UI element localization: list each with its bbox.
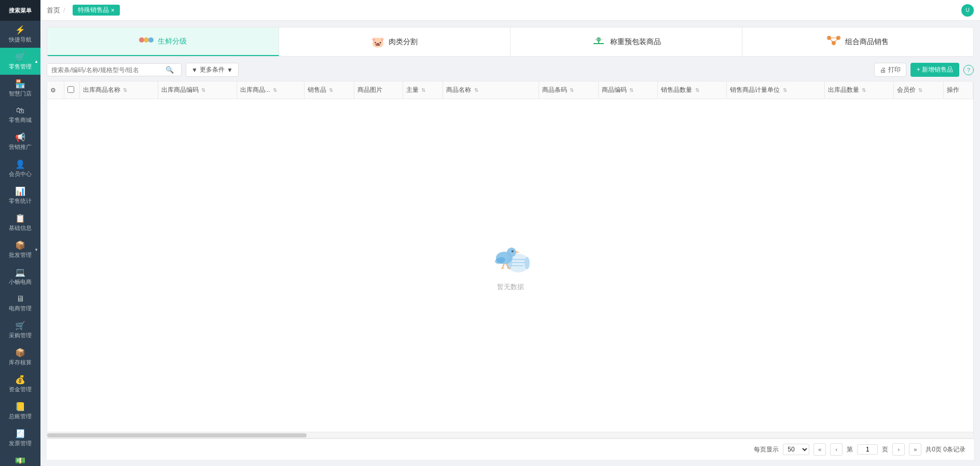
sidebar-item-basic-info[interactable]: 📋 基础信息 — [0, 209, 40, 236]
last-page-button[interactable]: » — [909, 443, 921, 456]
svg-marker-21 — [516, 251, 520, 253]
page-input[interactable] — [857, 444, 878, 455]
filter-icon: ▼ — [191, 66, 198, 74]
main-area: 首页 / 特殊销售品 × U 生鲜分级 � — [40, 0, 980, 466]
sidebar-item-marketing[interactable]: 📢 营销推广 — [0, 128, 40, 155]
page-size-label: 每页显示 — [754, 445, 779, 454]
breadcrumb-home[interactable]: 首页 — [47, 6, 60, 15]
active-tab-tag[interactable]: 特殊销售品 × — [73, 5, 120, 16]
col-stock-name[interactable]: 出库商品名称 ⇅ — [79, 81, 158, 99]
product-type-tabs: 生鲜分级 🐷 肉类分割 称重预包装商品 — [47, 27, 974, 57]
col-stock-code[interactable]: 出库商品编码 ⇅ — [158, 81, 237, 99]
print-button[interactable]: 🖨 打印 — [874, 63, 906, 77]
sort-icon: ⇅ — [695, 87, 699, 93]
sidebar-item-member-center[interactable]: 👤 会员中心 — [0, 155, 40, 182]
sidebar-item-ecom-mgmt[interactable]: 🖥 电商管理 — [0, 290, 40, 317]
sidebar-item-label: 发票管理 — [9, 440, 32, 447]
page-size-select[interactable]: 50 20 100 — [783, 444, 809, 455]
sidebar-item-wholesale-mgmt[interactable]: 📦 批发管理 — [0, 236, 40, 263]
prev-page-button[interactable]: ‹ — [830, 443, 843, 456]
total-label: 共0页 0条记录 — [926, 445, 965, 454]
col-product-code[interactable]: 商品编码 ⇅ — [598, 81, 658, 99]
sidebar-item-label: 电商管理 — [9, 305, 32, 312]
tax-mgmt-icon: 💵 — [15, 456, 25, 465]
horizontal-scrollbar-area[interactable] — [47, 432, 973, 438]
empty-state: 暂无数据 — [47, 99, 973, 432]
svg-point-20 — [507, 248, 516, 257]
capital-mgmt-icon: 💰 — [15, 375, 25, 385]
svg-point-1 — [144, 37, 149, 43]
help-icon: ? — [967, 67, 970, 73]
add-product-button[interactable]: + 新增销售品 — [910, 63, 959, 77]
page-unit: 页 — [882, 445, 888, 454]
sort-icon: ⇅ — [862, 87, 866, 93]
svg-line-10 — [829, 38, 834, 43]
tab-close-button[interactable]: × — [111, 7, 115, 14]
sidebar-item-label: 零售管理 — [9, 63, 32, 71]
sidebar-item-purchase-mgmt[interactable]: 🛒 采购管理 — [0, 317, 40, 344]
col-settings[interactable]: ⚙ — [47, 81, 64, 99]
marketing-icon: 📢 — [15, 132, 25, 142]
sidebar-item-retail-stats[interactable]: 📊 零售统计 — [0, 182, 40, 209]
col-member-price[interactable]: 会员价 ⇅ — [893, 81, 943, 99]
tab-fresh-grade[interactable]: 生鲜分级 — [47, 28, 279, 56]
col-sale-item[interactable]: 销售品 ⇅ — [304, 81, 354, 99]
sidebar-item-ledger-mgmt[interactable]: 📒 总账管理 — [0, 398, 40, 424]
help-button[interactable]: ? — [963, 65, 974, 75]
combo-sale-icon — [826, 35, 841, 48]
smart-store-icon: 🏪 — [15, 79, 25, 89]
sidebar-item-quick-nav[interactable]: ⚡ 快捷导航 — [0, 21, 40, 48]
sort-icon: ⇅ — [783, 87, 787, 93]
col-stock-spec[interactable]: 出库商品... ⇅ — [237, 81, 304, 99]
filter-button[interactable]: ▼ 更多条件 ▼ — [186, 63, 239, 77]
select-all-checkbox[interactable] — [67, 86, 74, 93]
sidebar-item-tax-mgmt[interactable]: 💵 税务管理 — [0, 451, 40, 466]
search-icon[interactable]: 🔍 — [165, 66, 174, 74]
horizontal-scrollbar-thumb[interactable] — [47, 433, 307, 437]
sidebar-item-smart-store[interactable]: 🏪 智慧门店 — [0, 75, 40, 102]
topbar-right: U — [961, 4, 974, 17]
sidebar-item-label: 资金管理 — [9, 386, 32, 393]
sort-icon: ⇅ — [918, 87, 922, 93]
sidebar-logo: 搜索菜单 — [0, 0, 40, 21]
basic-info-icon: 📋 — [15, 213, 25, 223]
col-sale-unit[interactable]: 销售商品计量单位 ⇅ — [727, 81, 825, 99]
wholesale-mgmt-icon: 📦 — [15, 240, 25, 250]
tab-meat-cut[interactable]: 🐷 肉类分割 — [279, 28, 511, 56]
invoice-mgmt-icon: 🧾 — [15, 429, 25, 438]
col-checkbox[interactable] — [64, 81, 79, 99]
col-operation: 操作 — [943, 81, 973, 99]
data-table: ⚙ 出库商品名称 ⇅ 出库商品编码 ⇅ 出库商品 — [47, 81, 973, 99]
sidebar-item-label: 智慧门店 — [9, 90, 32, 98]
tab-combo-sale[interactable]: 组合商品销售 — [742, 28, 974, 56]
tab-weigh-pack-label: 称重预包装商品 — [610, 37, 661, 47]
search-box: 🔍 — [47, 63, 182, 76]
col-product-img[interactable]: 商品图片 — [354, 81, 403, 99]
fresh-grade-icon — [139, 35, 154, 48]
first-page-button[interactable]: « — [813, 443, 826, 456]
col-barcode[interactable]: 商品条码 ⇅ — [539, 81, 599, 99]
sidebar-item-retail-mgmt[interactable]: 🛒 零售管理 — [0, 48, 40, 75]
tab-weigh-pack[interactable]: 称重预包装商品 — [510, 28, 742, 56]
col-sale-qty[interactable]: 销售品数量 ⇅ — [658, 81, 727, 99]
sidebar-item-invoice-mgmt[interactable]: 🧾 发票管理 — [0, 424, 40, 451]
sort-icon: ⇅ — [629, 87, 633, 93]
col-stock-qty[interactable]: 出库品数量 ⇅ — [824, 81, 893, 99]
add-label: + 新增销售品 — [917, 65, 953, 74]
sidebar-item-label: 库存核算 — [9, 359, 32, 366]
sidebar-item-retail-mall[interactable]: 🛍 零售商城 — [0, 102, 40, 128]
active-tab-label: 特殊销售品 — [78, 6, 109, 15]
ecom-mgmt-icon: 🖥 — [16, 294, 24, 304]
retail-mgmt-icon: 🛒 — [15, 52, 25, 62]
search-input[interactable] — [51, 66, 165, 74]
col-main-weight[interactable]: 主量 ⇅ — [403, 81, 443, 99]
col-product-name[interactable]: 商品名称 ⇅ — [443, 81, 539, 99]
sidebar-item-inventory[interactable]: 📦 库存核算 — [0, 344, 40, 371]
toolbar-right: 🖨 打印 + 新增销售品 ? — [874, 63, 974, 77]
next-page-button[interactable]: › — [892, 443, 905, 456]
sidebar-item-label: 零售统计 — [9, 197, 32, 205]
sidebar-item-mini-ecom[interactable]: 💻 小畅电商 — [0, 263, 40, 290]
weigh-pack-icon — [591, 35, 606, 48]
sidebar-item-capital-mgmt[interactable]: 💰 资金管理 — [0, 371, 40, 398]
svg-line-25 — [502, 264, 504, 268]
